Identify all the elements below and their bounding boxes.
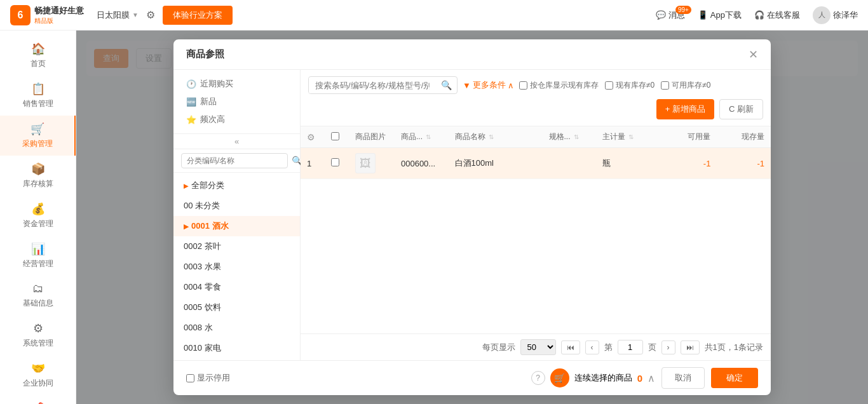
sidebar-label-collab: 企业协同 — [23, 378, 53, 389]
th-unit-label: 主计量 — [602, 132, 625, 141]
next-page-btn[interactable]: › — [661, 340, 675, 354]
cat-item-appliance[interactable]: 0010 家电 — [173, 338, 300, 358]
select-all-checkbox[interactable] — [331, 132, 339, 140]
quick-new[interactable]: 🆕 新品 — [181, 93, 292, 111]
sidebar-label-sales: 销售管理 — [23, 98, 53, 109]
checkbox-stock-nonzero-input[interactable] — [605, 81, 613, 90]
th-code[interactable]: 商品... ⇅ — [395, 126, 449, 148]
cat-item-liquor[interactable]: ▶ 0001 酒水 — [173, 216, 300, 236]
cart-icon[interactable]: 🛒 — [550, 368, 569, 387]
search-input-wrap: 🔍 — [308, 76, 458, 94]
row-stock: -1 — [717, 148, 771, 179]
table-settings-icon[interactable]: ⚙ — [307, 132, 315, 142]
search-input[interactable] — [309, 77, 436, 93]
add-product-btn[interactable]: + 新增商品 — [656, 99, 714, 119]
app-download-btn[interactable]: 📱 App下载 — [698, 10, 742, 21]
th-available: 可用量 — [650, 126, 717, 148]
collapse-btn[interactable]: « — [173, 134, 300, 149]
checkbox-warehouse[interactable]: 按仓库显示现有库存 — [519, 80, 599, 91]
th-name[interactable]: 商品名称 ⇅ — [449, 126, 543, 148]
sidebar-item-inventory[interactable]: 📦 库存核算 — [0, 156, 76, 196]
mobile-icon: 📱 — [698, 10, 708, 20]
show-disabled-checkbox[interactable] — [186, 374, 194, 382]
sidebar-item-system[interactable]: ⚙ 系统管理 — [0, 315, 76, 355]
modal-close-button[interactable]: ✕ — [749, 49, 758, 60]
row-spec — [543, 148, 597, 179]
store-selector[interactable]: 日太阳膜 ▼ — [97, 10, 139, 21]
page-label: 第 — [604, 342, 613, 353]
th-unit[interactable]: 主计量 ⇅ — [596, 126, 650, 148]
quick-recent[interactable]: 🕐 近期购买 — [181, 75, 292, 93]
search-bar: 🔍 ▼ 更多条件 ∧ 按仓库显示现有库存 — [301, 70, 771, 126]
page-number-input[interactable] — [618, 340, 643, 354]
cancel-btn[interactable]: 取消 — [661, 367, 705, 389]
management-icon: 📊 — [31, 242, 45, 256]
filter-btn[interactable]: ▼ 更多条件 ∧ — [463, 79, 514, 91]
last-page-btn[interactable]: ⏭ — [681, 340, 700, 354]
per-page-select[interactable]: 50 100 200 — [520, 339, 556, 355]
product-table: ⚙ 商品图片 商品... ⇅ — [301, 126, 771, 179]
main-content: 查询 设置 刷新 商品参照 ✕ — [76, 30, 868, 404]
refresh-btn[interactable]: C 刷新 — [719, 99, 763, 119]
purchase-icon: 🛒 — [31, 122, 44, 136]
first-page-btn[interactable]: ⏮ — [561, 340, 580, 354]
table-row[interactable]: 1 🖼 000600... 白酒100ml 瓶 — [301, 148, 771, 179]
cat-item-tea[interactable]: 0002 茶叶 — [173, 236, 300, 257]
row-checkbox[interactable] — [331, 158, 339, 166]
cat-item-water[interactable]: 0008 水 — [173, 318, 300, 338]
logo-title: 畅捷通好生意 — [34, 5, 84, 17]
category-search-input[interactable] — [181, 153, 288, 168]
app-download-label: App下载 — [710, 10, 742, 21]
star-icon: ⭐ — [186, 115, 196, 125]
cat-item-snack[interactable]: 0004 零食 — [173, 277, 300, 297]
product-table-wrap: ⚙ 商品图片 商品... ⇅ — [301, 126, 771, 333]
experience-btn[interactable]: 体验行业方案 — [163, 6, 233, 25]
th-stock-label: 现存量 — [742, 132, 764, 141]
cat-item-fruit[interactable]: 0003 水果 — [173, 257, 300, 277]
sidebar-item-collab[interactable]: 🤝 企业协同 — [0, 355, 76, 395]
checkbox-warehouse-input[interactable] — [519, 81, 527, 90]
th-spec[interactable]: 规格... ⇅ — [543, 126, 597, 148]
basicinfo-icon: 🗂 — [32, 282, 44, 295]
row-available: -1 — [650, 148, 717, 179]
prev-page-btn[interactable]: ‹ — [585, 340, 599, 354]
sort-name-icon: ⇅ — [489, 133, 494, 140]
show-disabled-check[interactable]: 显示停用 — [186, 372, 230, 384]
sidebar-item-basicinfo[interactable]: 🗂 基础信息 — [0, 276, 76, 315]
sidebar-item-purchase[interactable]: 🛒 采购管理 — [0, 116, 76, 156]
modal-body: 🕐 近期购买 🆕 新品 ⭐ 频次高 — [173, 70, 771, 360]
gear-icon[interactable]: ⚙ — [146, 9, 155, 21]
cat-label-water: 0008 水 — [184, 322, 213, 333]
messages-btn[interactable]: 💬 消息 99+ — [656, 10, 685, 21]
confirm-btn[interactable]: 确定 — [711, 368, 758, 388]
sidebar-item-finance[interactable]: 💰 资金管理 — [0, 196, 76, 236]
sidebar-item-home[interactable]: 🏠 首页 — [0, 36, 76, 76]
user-avatar[interactable]: 人 徐泽华 — [813, 6, 858, 24]
help-icon[interactable]: ? — [531, 371, 545, 385]
online-service-btn[interactable]: 🎧 在线客服 — [754, 10, 800, 21]
guide-icon: 📌 — [31, 401, 45, 404]
sidebar: 🏠 首页 📋 销售管理 🛒 采购管理 📦 库存核算 💰 资金管理 📊 经营管理 … — [0, 30, 76, 404]
checkbox-avail-nonzero-input[interactable] — [661, 81, 669, 90]
cat-item-all[interactable]: ▶ 全部分类 — [173, 175, 300, 196]
sidebar-item-guide[interactable]: 📌 新手引导 — [0, 395, 76, 404]
quick-recent-label: 近期购买 — [200, 78, 233, 90]
cart-count: 0 — [637, 373, 642, 384]
sort-spec-icon: ⇅ — [574, 133, 579, 140]
cart-collapse-icon[interactable]: ∧ — [648, 372, 655, 384]
checkbox-avail-nonzero[interactable]: 可用库存≠0 — [661, 80, 710, 91]
cat-item-beverage[interactable]: 0005 饮料 — [173, 297, 300, 318]
quick-frequent[interactable]: ⭐ 频次高 — [181, 111, 292, 128]
sidebar-label-system: 系统管理 — [23, 338, 53, 349]
search-icon-btn[interactable]: 🔍 — [436, 77, 457, 93]
quick-new-label: 新品 — [200, 96, 217, 107]
checkbox-stock-nonzero[interactable]: 现有库存≠0 — [605, 80, 654, 91]
table-body: 1 🖼 000600... 白酒100ml 瓶 — [301, 148, 771, 179]
cat-item-uncategorized[interactable]: 00 未分类 — [173, 196, 300, 216]
sidebar-item-sales[interactable]: 📋 销售管理 — [0, 76, 76, 116]
row-seq: 1 — [301, 148, 325, 179]
cat-label-tea: 0002 茶叶 — [184, 241, 221, 252]
sidebar-item-management[interactable]: 📊 经营管理 — [0, 236, 76, 276]
avatar: 人 — [813, 6, 831, 24]
system-icon: ⚙ — [33, 321, 43, 335]
